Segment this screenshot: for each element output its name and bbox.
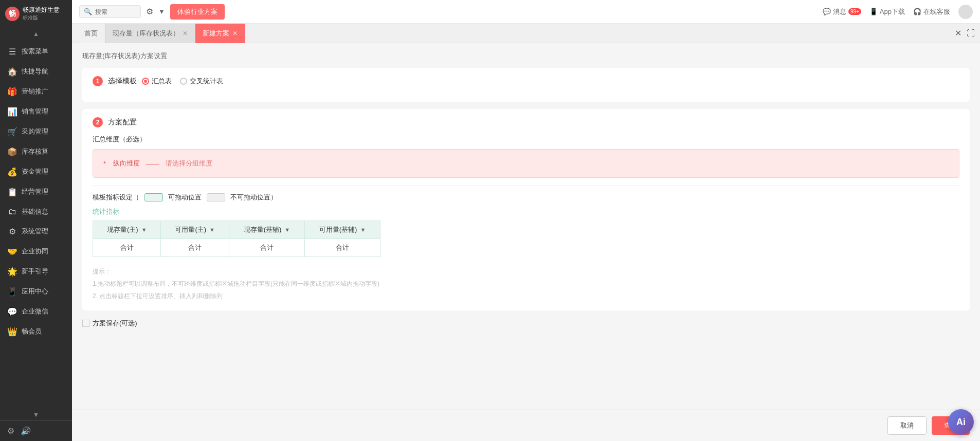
sidebar-item-label: 销售管理: [22, 107, 48, 116]
tip-item-2: 2. 点击标题栏下拉可设置排序、插入列和删除列: [93, 292, 223, 300]
dropdown-icon[interactable]: ▼: [158, 8, 165, 15]
bottom-bar: 取消 查询: [72, 410, 980, 441]
chat-icon: 💬: [7, 307, 17, 317]
content-area: 现存量(库存状况表)方案设置 1 选择模板 汇总表 交叉统计表: [72, 43, 980, 410]
tab-new-plan[interactable]: 新建方案 ✕: [195, 24, 245, 43]
tab-inventory-status[interactable]: 现存量（库存状况表） ✕: [105, 24, 195, 43]
online-service-label: 在线客服: [923, 7, 950, 16]
user-avatar[interactable]: [958, 5, 973, 19]
sidebar-item-enterprise[interactable]: 🤝 企业协同: [0, 242, 72, 262]
radio-cross-dot: [180, 78, 187, 85]
stats-table: 现存量(主) ▼ 可用量(主) ▼ 现存量(基辅: [93, 220, 380, 257]
app-name: 畅康通好生意: [23, 6, 60, 14]
tips-block: 提示： 1.拖动标题栏可以调整布局，不可跨维度或指标区域拖动栏目字段(只能在同一…: [93, 265, 959, 302]
save-option-label: 方案保存(可选): [93, 319, 137, 328]
radio-cross[interactable]: 交叉统计表: [180, 77, 223, 86]
sidebar-item-system[interactable]: ⚙ 系统管理: [0, 222, 72, 242]
sidebar-logo: 畅 畅康通好生意 标准版: [0, 0, 72, 28]
cart-icon: 🛒: [7, 127, 17, 137]
step1-header: 1 选择模板 汇总表 交叉统计表: [93, 76, 959, 86]
col-header-2[interactable]: 现存量(基辅) ▼: [229, 221, 304, 239]
col-header-0[interactable]: 现存量(主) ▼: [93, 221, 161, 239]
sidebar-item-inventory[interactable]: 📦 库存核算: [0, 142, 72, 162]
close-panel-icon[interactable]: ✕: [955, 28, 961, 38]
settings-icon[interactable]: ⚙: [146, 7, 153, 16]
sidebar-item-finance[interactable]: 💰 资金管理: [0, 162, 72, 182]
sidebar-item-purchase[interactable]: 🛒 采购管理: [0, 122, 72, 142]
cell-0-1: 合计: [161, 239, 229, 257]
sidebar-item-wechat[interactable]: 💬 企业微信: [0, 302, 72, 322]
col2-label: 现存量(基辅): [244, 225, 282, 234]
template-radio-group: 汇总表 交叉统计表: [142, 77, 223, 86]
online-service-btn[interactable]: 🎧 在线客服: [913, 7, 950, 16]
fixed-indicator: [207, 193, 225, 201]
sidebar-item-quick-nav[interactable]: 🏠 快捷导航: [0, 62, 72, 82]
dimension-title: 纵向维度: [113, 159, 140, 168]
expand-icon[interactable]: ⛶: [967, 29, 975, 38]
indicator-label-text: 模板指标设定（: [93, 193, 139, 202]
app-edition: 标准版: [23, 14, 60, 22]
table-row: 合计 合计 合计 合计: [93, 239, 380, 257]
sidebar-item-sales[interactable]: 📊 销售管理: [0, 102, 72, 122]
col-header-3[interactable]: 可用量(基辅) ▼: [304, 221, 380, 239]
sidebar-item-newcomer[interactable]: 🌟 新手引导: [0, 262, 72, 282]
step1-section: 1 选择模板 汇总表 交叉统计表: [82, 68, 970, 102]
required-mark: *: [103, 160, 106, 168]
tab-inventory-close[interactable]: ✕: [183, 30, 188, 37]
footer-sound-icon[interactable]: 🔊: [21, 426, 31, 436]
cancel-button[interactable]: 取消: [887, 416, 927, 435]
step2-title: 方案配置: [108, 118, 137, 127]
sidebar-item-operations[interactable]: 📋 经营管理: [0, 182, 72, 202]
handshake-icon: 🤝: [7, 247, 17, 256]
sidebar-item-label: 畅会员: [22, 327, 42, 336]
col3-arrow[interactable]: ▼: [360, 227, 366, 233]
save-option-row: 方案保存(可选): [82, 319, 970, 328]
dimension-placeholder: 请选择分组维度: [166, 159, 212, 168]
sidebar-item-member[interactable]: 👑 畅会员: [0, 322, 72, 342]
tab-new-plan-close[interactable]: ✕: [232, 30, 238, 37]
col1-arrow[interactable]: ▼: [209, 227, 215, 233]
indicator-row: 模板指标设定（ 可拖动位置 不可拖动位置）: [93, 193, 959, 202]
radio-cross-label: 交叉统计表: [190, 77, 223, 86]
step1-title: 选择模板: [108, 77, 137, 86]
sidebar-item-label: 企业微信: [22, 307, 48, 316]
trial-btn[interactable]: 体验行业方案: [170, 4, 225, 20]
crown-icon: 👑: [7, 327, 17, 337]
topbar-search-box[interactable]: 🔍: [79, 5, 141, 18]
message-btn[interactable]: 💬 消息 99+: [823, 7, 861, 16]
sidebar-item-label: 企业协同: [22, 247, 48, 256]
sidebar-item-marketing[interactable]: 🎁 营销推广: [0, 82, 72, 102]
draggable-indicator: [144, 193, 163, 201]
col2-arrow[interactable]: ▼: [284, 227, 290, 233]
sidebar-item-label: 采购管理: [22, 127, 48, 136]
search-input[interactable]: [95, 8, 136, 15]
dimension-label-text: 汇总维度（必选）: [93, 135, 146, 143]
sidebar-scroll-down[interactable]: ▼: [0, 409, 72, 420]
col0-arrow[interactable]: ▼: [141, 227, 147, 233]
tab-home[interactable]: 首页: [77, 24, 105, 43]
sidebar-item-label: 基础信息: [22, 207, 48, 216]
sidebar-scroll-up[interactable]: ▲: [0, 28, 72, 40]
radio-summary[interactable]: 汇总表: [142, 77, 172, 86]
search-menu-icon: ☰: [7, 47, 17, 57]
step2-header: 2 方案配置: [93, 117, 959, 127]
app-download-btn[interactable]: 📱 App下载: [869, 7, 905, 16]
search-icon: 🔍: [84, 8, 92, 15]
sidebar-item-label: 新手引导: [22, 267, 48, 276]
footer-settings-icon[interactable]: ⚙: [7, 426, 14, 436]
main-area: 🔍 ⚙ ▼ 体验行业方案 💬 消息 99+ 📱 App下载 🎧 在线客服: [72, 0, 980, 441]
tabbar: 首页 现存量（库存状况表） ✕ 新建方案 ✕ ✕ ⛶: [72, 24, 980, 43]
dimension-input-row[interactable]: * 纵向维度 —— 请选择分组维度: [93, 149, 959, 178]
tab-new-plan-label: 新建方案: [203, 29, 229, 38]
step2-badge: 2: [93, 117, 103, 127]
sidebar-item-basic-info[interactable]: 🗂 基础信息: [0, 202, 72, 222]
sidebar-item-label: 营销推广: [22, 87, 48, 96]
sidebar-item-label: 搜索菜单: [22, 47, 48, 56]
sidebar-item-app-center[interactable]: 📱 应用中心: [0, 282, 72, 302]
sidebar-item-search-menu[interactable]: ☰ 搜索菜单: [0, 42, 72, 62]
col-header-1[interactable]: 可用量(主) ▼: [161, 221, 229, 239]
page-title: 现存量(库存状况表)方案设置: [82, 51, 970, 61]
tab-home-label: 首页: [84, 29, 98, 38]
save-checkbox[interactable]: [82, 320, 89, 327]
ai-badge[interactable]: Ai: [948, 409, 974, 435]
